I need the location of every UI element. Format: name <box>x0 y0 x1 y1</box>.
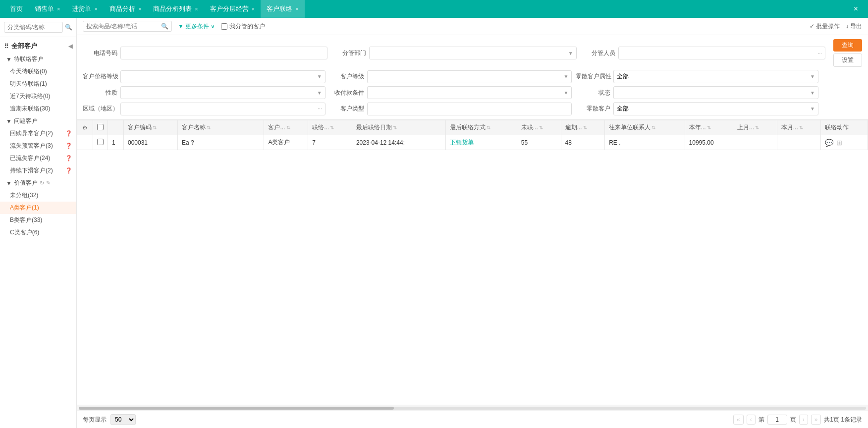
th-seq <box>108 120 124 135</box>
edit-icon[interactable]: ✎ <box>46 180 51 186</box>
sidebar-item-churned[interactable]: 已流失客户(24) ❓ <box>0 152 76 164</box>
customer-type-input[interactable] <box>367 103 572 115</box>
sidebar-item-tomorrow[interactable]: 明天待联络(1) <box>0 78 76 90</box>
export-btn[interactable]: ↓ 导出 <box>846 22 862 31</box>
nature-input[interactable]: ▼ <box>120 86 326 99</box>
th-type[interactable]: 客户...⇅ <box>264 120 308 135</box>
nav-item-4[interactable]: 商品分析列表× <box>147 0 204 18</box>
dept-label: 分管部门 <box>331 49 366 57</box>
first-page-btn[interactable]: « <box>733 415 744 425</box>
churned-label: 已流失客户(24) <box>10 154 50 162</box>
my-customers-checkbox[interactable] <box>221 23 227 30</box>
page-input[interactable] <box>767 415 787 425</box>
last-contact-way-link[interactable]: 下销货单 <box>450 139 474 146</box>
declining-label: 持续下滑客户(2) <box>10 166 53 175</box>
th-no-contact[interactable]: 未联...⇅ <box>517 120 561 135</box>
settings-button[interactable]: 设置 <box>833 54 862 67</box>
horizontal-scrollbar[interactable] <box>77 405 868 411</box>
status-field: 状态 ▼ <box>576 86 818 99</box>
refresh-icon[interactable]: ↻ <box>40 180 44 186</box>
nav-item-0[interactable]: 首页 <box>4 0 29 18</box>
nav-item-5[interactable]: 客户分层经营× <box>204 0 261 18</box>
region-input[interactable]: ··· <box>120 103 326 115</box>
pending-contact-group[interactable]: ▼ 待联络客户 <box>0 53 76 65</box>
repurchase-label: 回购异常客户(2) <box>10 129 53 138</box>
sidebar-item-churn-warning[interactable]: 流失预警客户(3) ❓ <box>0 140 76 152</box>
nav-close-2[interactable]: × <box>94 6 97 12</box>
th-name[interactable]: 客户名称⇅ <box>178 120 264 135</box>
per-page-select[interactable]: 50 100 200 <box>110 414 136 425</box>
prev-page-btn[interactable]: ‹ <box>747 415 756 425</box>
batch-op-label: 批量操作 <box>816 22 840 31</box>
sidebar-item-today[interactable]: 今天待联络(0) <box>0 65 76 78</box>
retail-prop-label: 零散客户属性 <box>576 72 610 81</box>
nav-item-6[interactable]: 客户联络× <box>261 0 304 18</box>
sidebar-item-declining[interactable]: 持续下滑客户(2) ❓ <box>0 164 76 177</box>
sidebar-item-b-class[interactable]: B类客户(33) <box>0 214 76 226</box>
payment-input[interactable]: ▼ <box>367 86 572 99</box>
customer-level-label: 客户等级 <box>329 72 364 81</box>
help-icon-0[interactable]: ❓ <box>65 130 72 137</box>
person-input[interactable]: ··· <box>618 47 825 59</box>
tomorrow-contact-label: 明天待联络(1) <box>10 80 47 88</box>
retail-customer-input[interactable]: 全部 ▼ <box>613 102 818 115</box>
more-conditions-btn[interactable]: ▼ 更多条件 ∨ <box>178 22 215 31</box>
th-overdue[interactable]: 逾期...⇅ <box>561 120 605 135</box>
sidebar-search-input[interactable] <box>4 22 63 33</box>
sidebar-item-overdue[interactable]: 逾期未联络(30) <box>0 103 76 115</box>
main-search-input[interactable] <box>86 23 161 30</box>
nav-close-4[interactable]: × <box>195 6 198 12</box>
th-contact[interactable]: 联络...⇅ <box>308 120 352 135</box>
th-last-date[interactable]: 最后联络日期⇅ <box>352 120 445 135</box>
th-this-year[interactable]: 本年...⇅ <box>685 120 733 135</box>
nav-item-2[interactable]: 进货单× <box>66 0 103 18</box>
my-customers-checkbox-area[interactable]: 我分管的客户 <box>221 22 265 31</box>
sidebar-item-c-class[interactable]: C类客户(6) <box>0 226 76 239</box>
sidebar-item-7days[interactable]: 近7天待联络(0) <box>0 90 76 103</box>
last-page-btn[interactable]: » <box>811 415 821 425</box>
sidebar-item-repurchase-abnormal[interactable]: 回购异常客户(2) ❓ <box>0 127 76 140</box>
phone-input[interactable] <box>120 47 327 59</box>
search-box: 🔍 <box>83 21 172 32</box>
nav-close-1[interactable]: × <box>57 6 60 12</box>
grid-icon: ⠿ <box>4 43 9 50</box>
customer-level-input[interactable]: ▼ <box>367 70 572 83</box>
next-page-btn[interactable]: › <box>799 415 808 425</box>
window-close-btn[interactable]: × <box>848 4 864 13</box>
help-icon-3[interactable]: ❓ <box>65 167 72 174</box>
price-level-input[interactable]: ▼ <box>120 70 326 83</box>
query-button[interactable]: 查询 <box>833 39 862 52</box>
status-input[interactable]: ▼ <box>613 86 818 99</box>
th-checkbox[interactable] <box>93 120 108 135</box>
batch-op-btn[interactable]: ✓ 批量操作 <box>810 22 840 31</box>
nav-close-5[interactable]: × <box>252 6 255 12</box>
sidebar-item-a-class[interactable]: A类客户(1) <box>0 202 76 214</box>
th-settings[interactable]: ⚙ <box>77 120 93 135</box>
all-customers-header[interactable]: ⠿ 全部客户 ◀ <box>0 39 76 53</box>
more-conditions-label: 更多条件 <box>185 22 209 31</box>
problem-customers-group[interactable]: ▼ 问题客户 <box>0 115 76 127</box>
sort-icon-last-month: ⇅ <box>755 125 759 130</box>
nav-close-6[interactable]: × <box>295 6 298 12</box>
th-last-way[interactable]: 最后联络方式⇅ <box>445 120 517 135</box>
grid-icon[interactable]: ⊞ <box>836 139 842 147</box>
nav-item-3[interactable]: 商品分析× <box>104 0 147 18</box>
th-unit-contact[interactable]: 往来单位联系人⇅ <box>605 120 685 135</box>
help-icon-1[interactable]: ❓ <box>65 143 72 149</box>
nav-close-3[interactable]: × <box>138 6 141 12</box>
select-all-checkbox[interactable] <box>97 124 104 130</box>
sidebar-search-icon[interactable]: 🔍 <box>65 24 72 31</box>
th-last-month[interactable]: 上月...⇅ <box>733 120 777 135</box>
main-search-icon[interactable]: 🔍 <box>161 23 168 30</box>
retail-prop-input[interactable]: 全部 ▼ <box>613 70 818 83</box>
customer-table: ⚙ 客户编码⇅ 客户名称⇅ 客户...⇅ 联络...⇅ 最后联络日期⇅ 最后联络… <box>77 120 868 150</box>
sidebar-item-unclassified[interactable]: 未分组(32) <box>0 189 76 202</box>
dept-field: 分管部门 ▼ <box>331 47 576 59</box>
dept-input[interactable]: ▼ <box>369 47 576 59</box>
chat-icon[interactable]: 💬 <box>825 139 833 147</box>
nav-item-1[interactable]: 销售单× <box>29 0 66 18</box>
th-code[interactable]: 客户编码⇅ <box>124 120 178 135</box>
row-checkbox[interactable] <box>97 139 104 145</box>
th-this-month[interactable]: 本月...⇅ <box>777 120 821 135</box>
help-icon-2[interactable]: ❓ <box>65 155 72 161</box>
